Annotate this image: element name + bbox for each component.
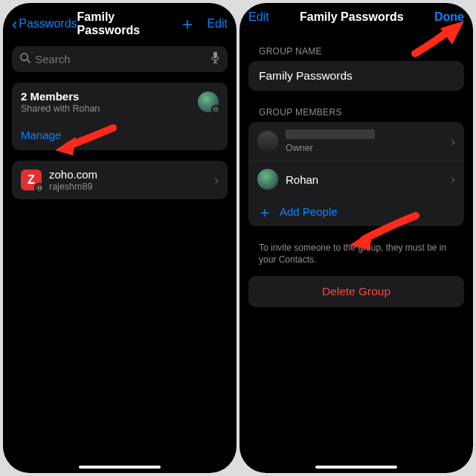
site-user: rajeshm89 xyxy=(49,181,207,192)
site-row[interactable]: Z ∷ zoho.com rajeshm89 › xyxy=(12,161,228,199)
group-badge-icon: ∷ xyxy=(211,105,220,114)
home-indicator xyxy=(79,466,161,469)
nav-bar: ‹ Passwords Family Passwords ＋ Edit xyxy=(3,3,237,42)
add-people-button[interactable]: ＋ Add People xyxy=(248,197,464,226)
right-screenshot: Edit Family Passwords Done GROUP NAME GR… xyxy=(239,3,473,473)
hint-text: To invite someone to the group, they mus… xyxy=(248,237,464,276)
group-members-header: GROUP MEMBERS xyxy=(248,94,464,122)
members-title: 2 Members xyxy=(21,90,190,103)
chevron-right-icon: › xyxy=(214,173,219,188)
home-indicator xyxy=(315,466,397,469)
page-title: Family Passwords xyxy=(300,10,404,24)
avatar: ∷ xyxy=(198,91,219,112)
svg-rect-2 xyxy=(213,52,217,59)
favicon-letter: Z xyxy=(28,173,35,187)
left-screenshot: ‹ Passwords Family Passwords ＋ Edit 2 Me… xyxy=(3,3,237,473)
nav-bar: Edit Family Passwords Done xyxy=(239,3,473,28)
member-name-obscured: . xyxy=(286,129,443,142)
avatar xyxy=(257,131,278,152)
manage-button[interactable]: Manage xyxy=(12,121,228,150)
add-people-label: Add People xyxy=(280,205,338,218)
chevron-right-icon: › xyxy=(451,134,455,149)
member-row-owner[interactable]: . Owner › xyxy=(248,122,464,161)
svg-line-1 xyxy=(27,60,30,62)
members-card: 2 Members Shared with Rohan ∷ Manage xyxy=(12,83,228,150)
member-row[interactable]: Rohan › xyxy=(248,161,464,197)
delete-group-button[interactable]: Delete Group xyxy=(248,276,464,307)
avatar xyxy=(257,169,278,190)
shared-badge-icon: ∷ xyxy=(34,183,44,193)
group-name-header: GROUP NAME xyxy=(248,33,464,61)
edit-button[interactable]: Edit xyxy=(248,10,269,24)
site-favicon: Z ∷ xyxy=(21,170,42,190)
members-row[interactable]: 2 Members Shared with Rohan ∷ xyxy=(12,83,228,121)
site-domain: zoho.com xyxy=(49,168,207,181)
member-role: Owner xyxy=(286,143,443,153)
back-label: Passwords xyxy=(19,17,77,30)
members-list: . Owner › Rohan › ＋ Add People xyxy=(248,122,464,226)
edit-button[interactable]: Edit xyxy=(207,17,228,30)
search-input[interactable] xyxy=(35,53,206,65)
members-subtitle: Shared with Rohan xyxy=(21,103,190,114)
member-name: Rohan xyxy=(286,173,443,186)
chevron-left-icon: ‹ xyxy=(12,19,17,30)
search-icon xyxy=(19,52,30,66)
chevron-right-icon: › xyxy=(451,172,455,187)
add-button[interactable]: ＋ xyxy=(178,17,196,30)
group-name-field[interactable] xyxy=(248,61,464,91)
back-button[interactable]: ‹ Passwords xyxy=(12,17,77,30)
search-field[interactable] xyxy=(12,46,228,72)
done-button[interactable]: Done xyxy=(434,10,464,24)
page-title: Family Passwords xyxy=(77,10,179,37)
plus-icon: ＋ xyxy=(257,207,271,217)
mic-icon[interactable] xyxy=(210,51,220,67)
site-card: Z ∷ zoho.com rajeshm89 › xyxy=(12,161,228,199)
group-name-input[interactable] xyxy=(259,69,454,83)
